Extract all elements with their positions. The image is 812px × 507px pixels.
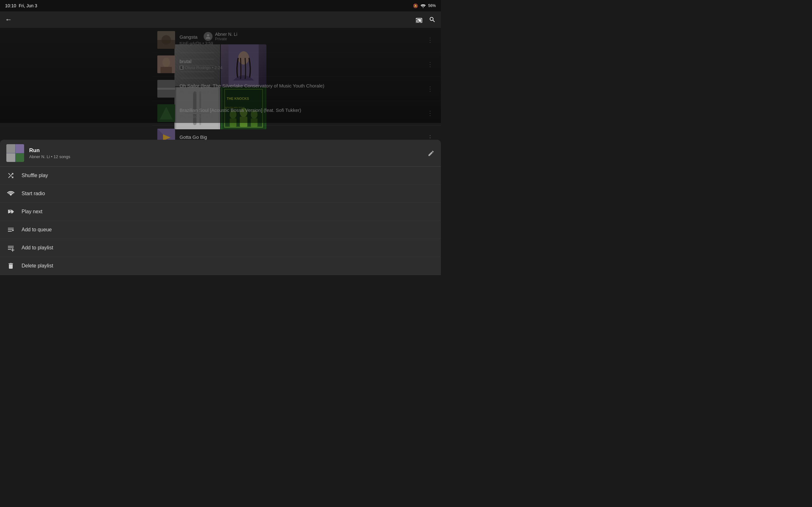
edit-button[interactable] <box>427 149 435 157</box>
menu-item-queue[interactable]: Add to queue <box>0 221 441 239</box>
menu-playlist-thumb <box>6 144 24 162</box>
status-left: 10:10 Fri, Jun 3 <box>5 3 37 8</box>
time: 10:10 <box>5 3 16 8</box>
dim-overlay <box>0 28 441 123</box>
menu-playlist-title: Run <box>29 147 422 154</box>
menu-label-queue: Add to queue <box>21 227 52 233</box>
mute-icon: 🔕 <box>413 3 418 8</box>
battery: 56% <box>428 3 436 8</box>
menu-label-addplaylist: Add to playlist <box>21 245 53 250</box>
song-title: Gotta Go Big <box>180 134 420 140</box>
cast-icon[interactable] <box>415 16 422 23</box>
menu-label-delete: Delete playlist <box>21 263 53 269</box>
toolbar-left: ← <box>5 15 12 24</box>
toolbar: ← <box>0 11 441 28</box>
menu-playlist-info: Run Abner N. Li • 12 songs <box>29 147 422 159</box>
queue-icon <box>6 226 15 233</box>
status-bar: 10:10 Fri, Jun 3 🔕 56% <box>0 0 441 11</box>
main-content: Abner N. Li Private <box>0 28 441 275</box>
menu-playlist-header: Run Abner N. Li • 12 songs <box>0 140 441 167</box>
menu-item-delete[interactable]: Delete playlist <box>0 257 441 275</box>
menu-item-addplaylist[interactable]: Add to playlist <box>0 239 441 257</box>
status-right: 🔕 56% <box>413 3 436 8</box>
delete-icon <box>6 262 15 270</box>
menu-playlist-subtitle: Abner N. Li • 12 songs <box>29 154 422 159</box>
toolbar-right <box>415 16 436 23</box>
menu-item-playnext[interactable]: Play next <box>0 203 441 221</box>
wifi-icon <box>420 3 426 8</box>
menu-label-radio: Start radio <box>21 191 45 196</box>
menu-label-shuffle: Shuffle play <box>21 173 48 178</box>
search-icon[interactable] <box>429 16 436 23</box>
date: Fri, Jun 3 <box>19 3 37 8</box>
menu-item-radio[interactable]: Start radio <box>0 185 441 203</box>
menu-item-shuffle[interactable]: Shuffle play <box>0 167 441 185</box>
menu-label-playnext: Play next <box>21 209 43 215</box>
context-menu: Run Abner N. Li • 12 songs Shuffle play <box>0 140 441 275</box>
back-button[interactable]: ← <box>5 15 12 24</box>
addplaylist-icon <box>6 244 15 251</box>
playnext-icon <box>6 208 15 216</box>
shuffle-icon <box>6 172 15 179</box>
radio-icon <box>6 190 15 198</box>
